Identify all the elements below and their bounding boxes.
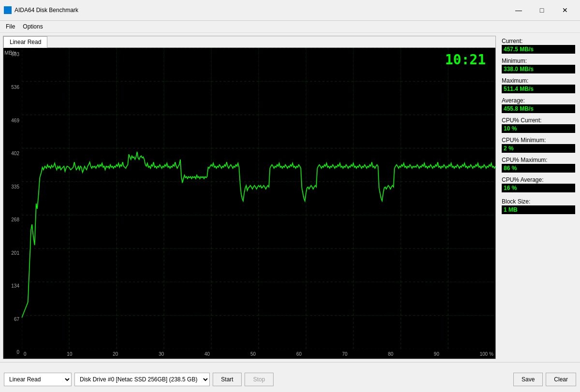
main-content: Linear Read 603 536 469 402 335 268 201 … [0,33,580,362]
menu-options[interactable]: Options [19,22,46,31]
tab-bar: Linear Read [3,36,495,48]
app-icon [4,6,12,14]
y-label-469: 469 [4,118,21,123]
minimum-label: Minimum: [502,58,575,64]
cpu-minimum-value: 2 % [502,144,575,153]
x-label-90: 90 [434,351,439,357]
title-bar: AIDA64 Disk Benchmark — □ ✕ [0,0,580,21]
current-value: 457.5 MB/s [502,45,575,54]
x-label-30: 30 [159,351,164,357]
minimum-value: 338.0 MB/s [502,65,575,73]
y-label-402: 402 [4,151,21,156]
current-label: Current: [502,38,575,44]
menu-bar: File Options [0,21,580,33]
cpu-minimum-label: CPU% Minimum: [502,137,575,144]
right-panel: Current: 457.5 MB/s Minimum: 338.0 MB/s … [500,36,577,359]
y-label-67: 67 [4,317,21,322]
x-label-100: 100 % [480,351,493,357]
y-label-0: 0 [4,349,21,355]
stat-cpu-minimum: CPU% Minimum: 2 % [502,137,575,153]
x-label-70: 70 [342,351,348,357]
chart-svg [22,48,495,349]
cpu-maximum-value: 86 % [502,164,575,173]
stat-minimum: Minimum: 338.0 MB/s [502,58,575,73]
x-label-60: 60 [296,351,302,357]
title-bar-left: AIDA64 Disk Benchmark [4,6,78,14]
average-value: 455.8 MB/s [502,104,575,113]
save-button[interactable]: Save [513,373,543,386]
tab-linear-read[interactable]: Linear Read [3,36,47,48]
x-label-0: 0 [24,351,27,357]
test-type-select[interactable]: Linear Read Linear Write Random Read Ran… [4,373,72,386]
clear-button[interactable]: Clear [546,373,576,386]
stat-maximum: Maximum: 511.4 MB/s [502,77,575,93]
stop-button[interactable]: Stop [245,373,274,386]
y-label-536: 536 [4,85,21,90]
window-title: AIDA64 Disk Benchmark [14,7,78,14]
y-axis-label: MB/s [4,50,16,56]
cpu-current-label: CPU% Current: [502,117,575,124]
y-label-268: 268 [4,217,21,222]
minimize-button[interactable]: — [508,3,530,17]
title-bar-controls: — □ ✕ [508,3,576,17]
y-axis: 603 536 469 402 335 268 201 134 67 0 [3,48,22,359]
chart-area: Linear Read 603 536 469 402 335 268 201 … [3,36,496,359]
y-label-335: 335 [4,184,21,189]
disk-select[interactable]: Disk Drive #0 [Netac SSD 256GB] (238.5 G… [74,373,210,386]
x-label-50: 50 [250,351,256,357]
bottom-controls: Linear Read Linear Write Random Read Ran… [4,373,576,386]
timer-display: 10:21 [445,52,486,68]
x-label-20: 20 [113,351,118,357]
save-clear-group: Save Clear [513,373,576,386]
maximize-button[interactable]: □ [531,3,553,17]
close-button[interactable]: ✕ [554,3,576,17]
stat-cpu-maximum: CPU% Maximum: 86 % [502,157,575,173]
x-label-10: 10 [67,351,72,357]
menu-file[interactable]: File [2,22,19,31]
y-label-201: 201 [4,250,21,256]
x-label-80: 80 [388,351,393,357]
block-size-value: 1 MB [502,205,575,214]
stat-cpu-average: CPU% Average: 16 % [502,176,575,192]
stat-average: Average: 455.8 MB/s [502,97,575,113]
block-size-label: Block Size: [502,198,575,205]
start-button[interactable]: Start [213,373,242,386]
cpu-average-value: 16 % [502,184,575,192]
stat-current: Current: 457.5 MB/s [502,38,575,54]
x-axis: 0 10 20 30 40 50 60 70 80 90 100 % [22,349,495,359]
maximum-value: 511.4 MB/s [502,85,575,93]
stat-block-size: Block Size: 1 MB [502,198,575,214]
stat-cpu-current: CPU% Current: 10 % [502,117,575,133]
chart-container: 603 536 469 402 335 268 201 134 67 0 MB/… [3,48,495,359]
y-label-134: 134 [4,283,21,289]
cpu-maximum-label: CPU% Maximum: [502,157,575,163]
bottom-bar: Linear Read Linear Write Random Read Ran… [0,362,580,392]
average-label: Average: [502,97,575,104]
x-label-40: 40 [204,351,210,357]
chart-inner: 10:21 [22,48,495,349]
cpu-average-label: CPU% Average: [502,176,575,183]
maximum-label: Maximum: [502,77,575,84]
cpu-current-value: 10 % [502,124,575,133]
